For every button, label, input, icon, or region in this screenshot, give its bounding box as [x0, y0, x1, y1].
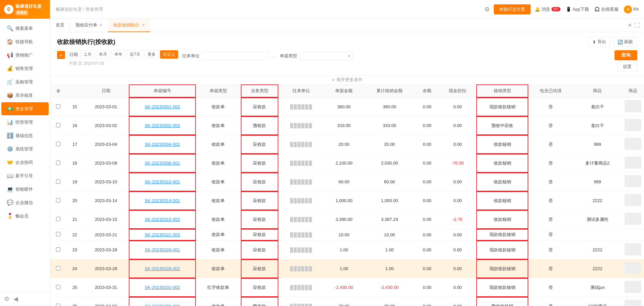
notifications[interactable]: 🔔 消息 99+ — [535, 6, 560, 12]
voucher-type-select[interactable] — [300, 52, 354, 60]
sidebar-item-marketing[interactable]: 📢营销推广 — [1, 49, 49, 62]
row-include-settled: 否 — [528, 241, 573, 259]
row-accum-cancel: 3,387.24 — [364, 210, 416, 229]
online-service[interactable]: 🎧 在线客服 — [594, 6, 619, 12]
sidebar-item-inventory[interactable]: 📦库存核算 — [1, 89, 49, 102]
query-btn[interactable]: 查询 — [614, 50, 637, 60]
tab-collection-close[interactable]: ✕ — [142, 23, 145, 27]
sales-icon: 💰 — [7, 65, 13, 72]
sidebar-item-label-sales: 销售管理 — [15, 66, 33, 72]
sidebar-item-member[interactable]: 🎖️畅会员 — [1, 209, 49, 223]
sidebar-item-hardware[interactable]: 💻智能硬件 — [1, 183, 49, 196]
collapse-sidebar-icon[interactable]: ◀ — [13, 295, 18, 303]
sidebar-item-corp[interactable]: 🤝企业协同 — [1, 156, 49, 169]
marketing-icon: 📢 — [7, 52, 13, 58]
row-select[interactable] — [50, 297, 66, 306]
col-settings-header[interactable]: ⚙ — [50, 84, 66, 98]
sidebar-item-label-guide: 新手引导 — [15, 173, 33, 179]
date-btn-7days[interactable]: 近7天 — [127, 50, 143, 59]
sidebar-item-purchase[interactable]: 🛒采购管理 — [1, 75, 49, 88]
row-voucher-no[interactable]: SK-20230304-001 — [129, 135, 196, 154]
close-all-tabs-icon[interactable]: ✕ — [628, 22, 632, 28]
col-cancel-type-header: 核销类型 — [476, 84, 528, 98]
row-select[interactable] — [50, 135, 66, 154]
row-voucher-no[interactable]: SK-20230328-002 — [129, 259, 196, 278]
operations-icon: 📊 — [7, 119, 13, 125]
export-btn[interactable]: ⬆ 导出 — [588, 37, 610, 47]
col-counterparty-header: 往来单位 — [278, 84, 324, 98]
row-counterparty: ██████ — [278, 241, 324, 259]
user-avatar: R — [624, 5, 632, 13]
row-select[interactable] — [50, 259, 66, 278]
row-no: 15 — [66, 98, 83, 116]
row-voucher-no[interactable]: SK-20230403-002 — [129, 297, 196, 306]
row-goods2 — [622, 278, 644, 297]
date-range-text: 不限 至 2023-07-26 — [69, 61, 178, 66]
maximize-icon[interactable]: ⛶ — [635, 22, 640, 28]
date-btn-this-month[interactable]: 本月 — [96, 50, 110, 59]
sidebar-item-quicknav[interactable]: 🏠快捷导航 — [1, 35, 49, 48]
row-voucher-no[interactable]: SK-20230302-002 — [129, 116, 196, 135]
row-no: 20 — [66, 191, 83, 210]
row-voucher-no[interactable]: SK-20230301-002 — [129, 98, 196, 116]
tab-home[interactable]: 首页 — [50, 19, 70, 32]
sidebar-item-system[interactable]: ⚙️系统管理 — [1, 142, 49, 156]
sidebar-item-operations[interactable]: 📊经营管理 — [1, 116, 49, 129]
tab-prepay-close[interactable]: ✕ — [99, 23, 103, 27]
row-voucher-no[interactable]: SK-20230321-003 — [129, 229, 196, 241]
date-btn-more[interactable]: 更多 — [145, 50, 159, 59]
row-no: 18 — [66, 154, 83, 173]
date-btn-this-year[interactable]: 本年 — [111, 50, 125, 59]
row-voucher-no[interactable]: SK-20230314-001 — [129, 191, 196, 210]
logo-icon: 6 — [4, 5, 13, 14]
col-goods-header: 商品 — [573, 84, 622, 98]
row-voucher-no[interactable]: SK-20230331-002 — [129, 278, 196, 297]
date-btn-last-month[interactable]: 上月 — [80, 50, 95, 59]
settings-footer-icon[interactable]: ⚙ — [4, 295, 9, 303]
row-select[interactable] — [50, 229, 66, 241]
guide-icon: 📖 — [7, 173, 13, 179]
row-goods: 999 — [573, 135, 622, 154]
row-select[interactable] — [50, 241, 66, 259]
row-select[interactable] — [50, 116, 66, 135]
filter-collapse-btn[interactable]: » — [57, 51, 65, 59]
refresh-btn[interactable]: 🔄 刷新 — [613, 37, 637, 47]
tab-prepay[interactable]: 预收应付单 ✕ — [70, 19, 108, 32]
row-include-settled: 否 — [528, 116, 573, 135]
sidebar-item-sales[interactable]: 💰销售管理 — [1, 62, 49, 75]
filter-settings-btn[interactable]: 设置 — [617, 62, 637, 72]
sidebar-item-guide[interactable]: 📖新手引导 — [1, 169, 49, 182]
row-voucher-no[interactable]: SK-20230315-002 — [129, 210, 196, 229]
row-select[interactable] — [50, 98, 66, 116]
sidebar: 6 畅康道好生意 标推版 🔍搜索菜单🏠快捷导航📢营销推广💰销售管理🛒采购管理📦库… — [0, 0, 50, 306]
row-select[interactable] — [50, 278, 66, 297]
voucher-type-select-wrap — [300, 52, 354, 60]
sidebar-item-basics[interactable]: ℹ️基础信息 — [1, 129, 49, 142]
row-voucher-no[interactable]: SK-20230310-001 — [129, 173, 196, 191]
user-info[interactable]: R Rit — [624, 5, 639, 13]
app-download[interactable]: 📱 App下载 — [566, 6, 589, 12]
sidebar-item-wechat[interactable]: 💬企业微信 — [1, 196, 49, 209]
tab-collection[interactable]: 收款核销执行 ✕ — [108, 19, 150, 32]
sidebar-item-label-purchase: 采购管理 — [15, 79, 33, 85]
row-select[interactable] — [50, 173, 66, 191]
solution-btn[interactable]: 体验行业方案 — [494, 4, 531, 14]
row-cash-discount: -2.76 — [439, 210, 476, 229]
expand-conditions-bar[interactable]: ∨ 展开更多条件 — [50, 75, 644, 84]
row-balance: 0.00 — [416, 191, 439, 210]
row-biz-type: 应收款 — [241, 278, 278, 297]
sidebar-item-label-wechat: 企业微信 — [15, 200, 33, 206]
filter-row-date: 日期 上月 本月 本年 近7天 更多 自定义 不限 至 2023-07-26 — [69, 50, 178, 66]
row-select[interactable] — [50, 210, 66, 229]
row-select[interactable] — [50, 154, 66, 173]
topbar-settings-icon[interactable]: ⚙ — [484, 6, 490, 13]
content-area: 收款核销执行(按收款) ⬆ 导出 🔄 刷新 » 日期 上月 — [50, 32, 644, 306]
row-select[interactable] — [50, 191, 66, 210]
date-btn-custom[interactable]: 自定义 — [160, 50, 178, 59]
row-voucher-no[interactable]: SK-20230328-001 — [129, 241, 196, 259]
sidebar-item-finance[interactable]: 💵资金管理 — [1, 102, 49, 115]
row-amount: 1.00 — [324, 259, 364, 278]
row-voucher-no[interactable]: SK-20230308-001 — [129, 154, 196, 173]
sidebar-item-search[interactable]: 🔍搜索菜单 — [1, 22, 49, 35]
counterparty-input[interactable] — [202, 52, 269, 60]
